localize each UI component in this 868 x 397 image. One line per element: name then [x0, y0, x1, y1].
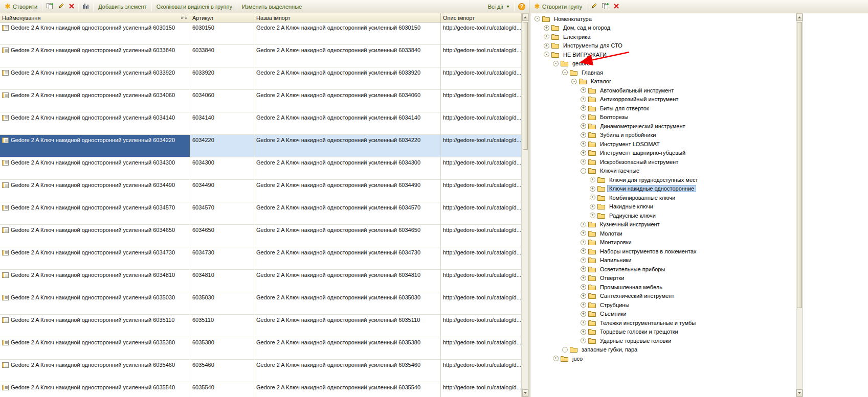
tree-item[interactable]: +Биты для отверток — [530, 104, 868, 113]
expander-plus-icon[interactable]: + — [544, 43, 549, 49]
expander-minus-icon[interactable]: - — [553, 61, 559, 66]
tree-item[interactable]: +Ключи накидные односторонние — [530, 184, 868, 194]
expander-plus-icon[interactable]: + — [581, 293, 586, 299]
tree-item[interactable]: +Комбинированные ключи — [530, 193, 868, 202]
tree-item[interactable]: +Болторезы — [530, 113, 868, 122]
cell-import-name[interactable]: Gedore 2 A Ключ накидной односторонний у… — [254, 225, 441, 247]
cell-import-desc[interactable]: http://gedore-tool.ru/catalog/d... — [441, 247, 522, 269]
expander-plus-icon[interactable]: + — [581, 159, 586, 165]
cell-import-name[interactable]: Gedore 2 A Ключ накидной односторонний у… — [254, 315, 441, 337]
create-button[interactable]: Створити — [2, 2, 40, 12]
scroll-up-button[interactable] — [522, 14, 528, 21]
cell-article[interactable]: 6034220 — [190, 135, 254, 157]
cell-name[interactable]: Gedore 2 A Ключ накидной односторонний у… — [0, 112, 190, 134]
cell-import-desc[interactable]: http://gedore-tool.ru/catalog/d... — [441, 292, 522, 314]
table-row[interactable]: Gedore 2 A Ключ накидной односторонний у… — [0, 360, 522, 382]
edit-selected-button[interactable]: Изменить выделенные — [239, 2, 305, 11]
cell-import-desc[interactable]: http://gedore-tool.ru/catalog/d... — [441, 135, 522, 157]
cell-import-name[interactable]: Gedore 2 A Ключ накидной односторонний у… — [254, 270, 441, 292]
table-row[interactable]: Gedore 2 A Ключ накидной односторонний у… — [0, 337, 522, 360]
expander-minus-icon[interactable]: - — [581, 168, 586, 174]
tree-item[interactable]: +Ключи для труднодоступных мест — [530, 175, 868, 184]
tree-item[interactable]: -Номенклатура — [530, 14, 868, 24]
tree-item[interactable]: +Съемники — [530, 310, 868, 319]
tree-item[interactable]: +Тележки инструментальные и тумбы — [530, 318, 868, 328]
cell-name[interactable]: Gedore 2 A Ключ накидной односторонний у… — [0, 45, 190, 67]
tree-item[interactable]: +juco — [530, 354, 868, 363]
tree-item[interactable]: запасные губки, пара — [530, 345, 868, 355]
edit-item-button[interactable] — [56, 1, 66, 12]
table-row[interactable]: Gedore 2 A Ключ накидной односторонний у… — [0, 292, 522, 315]
cell-import-desc[interactable]: http://gedore-tool.ru/catalog/d... — [441, 112, 522, 134]
tree-item[interactable]: -НЕ ВИГРУЖАТИ — [530, 50, 868, 59]
tree-item[interactable]: +Струбцины — [530, 300, 868, 310]
tree-item[interactable]: +Кузнечный инструмент — [530, 220, 868, 229]
expander-plus-icon[interactable]: + — [581, 150, 586, 156]
cell-name[interactable]: Gedore 2 A Ключ накидной односторонний у… — [0, 292, 190, 314]
table-row[interactable]: Gedore 2 A Ключ накидной односторонний у… — [0, 157, 522, 180]
expander-plus-icon[interactable]: + — [590, 186, 595, 192]
table-row[interactable]: Gedore 2 A Ключ накидной односторонний у… — [0, 112, 522, 135]
table-row[interactable]: Gedore 2 A Ключ накидной односторонний у… — [0, 315, 522, 337]
cell-article[interactable]: 6034730 — [190, 247, 254, 269]
cell-article[interactable]: 6035460 — [190, 360, 254, 382]
tree-scrollbar[interactable] — [796, 13, 803, 397]
cell-name[interactable]: Gedore 2 A Ключ накидной односторонний у… — [0, 247, 190, 269]
cell-import-name[interactable]: Gedore 2 A Ключ накидной односторонний у… — [254, 382, 441, 397]
expander-plus-icon[interactable]: + — [581, 320, 586, 325]
expander-plus-icon[interactable]: + — [581, 248, 586, 254]
cell-import-desc[interactable]: http://gedore-tool.ru/catalog/d... — [441, 22, 522, 44]
tree-item[interactable]: +Торцевые головки и трещотки — [530, 328, 868, 337]
edit-group-button[interactable] — [589, 1, 599, 12]
expander-plus-icon[interactable]: + — [581, 258, 586, 263]
cell-import-desc[interactable]: http://gedore-tool.ru/catalog/d... — [441, 337, 522, 359]
cell-import-desc[interactable]: http://gedore-tool.ru/catalog/d... — [441, 315, 522, 337]
cell-import-name[interactable]: Gedore 2 A Ключ накидной односторонний у… — [254, 337, 441, 359]
cell-import-desc[interactable]: http://gedore-tool.ru/catalog/d... — [441, 382, 522, 397]
cell-name[interactable]: Gedore 2 A Ключ накидной односторонний у… — [0, 180, 190, 202]
cell-article[interactable]: 6030150 — [190, 22, 254, 44]
cell-import-name[interactable]: Gedore 2 A Ключ накидной односторонний у… — [254, 67, 441, 89]
expander-plus-icon[interactable]: + — [581, 284, 586, 290]
tree-item[interactable]: +Антикоррозийный инструмент — [530, 95, 868, 104]
expander-plus-icon[interactable]: + — [581, 97, 586, 102]
table-row[interactable]: Gedore 2 A Ключ накидной односторонний у… — [0, 90, 522, 112]
cell-import-desc[interactable]: http://gedore-tool.ru/catalog/d... — [441, 225, 522, 247]
tree-item[interactable]: +Накидные ключи — [530, 202, 868, 212]
cell-import-name[interactable]: Gedore 2 A Ключ накидной односторонний у… — [254, 360, 441, 382]
expander-minus-icon[interactable]: - — [571, 79, 577, 84]
cell-import-desc[interactable]: http://gedore-tool.ru/catalog/d... — [441, 157, 522, 179]
cell-import-name[interactable]: Gedore 2 A Ключ накидной односторонний у… — [254, 180, 441, 202]
scrollbar-thumb[interactable] — [797, 22, 802, 308]
expander-plus-icon[interactable]: + — [581, 132, 586, 138]
expander-plus-icon[interactable]: + — [590, 177, 595, 182]
cell-name[interactable]: Gedore 2 A Ключ накидной односторонний у… — [0, 135, 190, 157]
expander-plus-icon[interactable]: + — [581, 338, 586, 343]
cell-article[interactable]: 6033840 — [190, 45, 254, 67]
tree-item[interactable]: +Осветительные приборы — [530, 265, 868, 274]
table-row[interactable]: Gedore 2 A Ключ накидной односторонний у… — [0, 45, 522, 67]
cell-name[interactable]: Gedore 2 A Ключ накидной односторонний у… — [0, 157, 190, 179]
expander-plus-icon[interactable]: + — [544, 34, 549, 39]
table-row[interactable]: Gedore 2 A Ключ накидной односторонний у… — [0, 202, 522, 225]
cell-name[interactable]: Gedore 2 A Ключ накидной односторонний у… — [0, 22, 190, 44]
cell-article[interactable]: 6034060 — [190, 90, 254, 112]
table-row[interactable]: Gedore 2 A Ключ накидной односторонний у… — [0, 247, 522, 270]
expander-minus-icon[interactable]: - — [562, 69, 568, 75]
expander-plus-icon[interactable]: + — [581, 87, 586, 93]
scroll-down-button[interactable] — [796, 389, 803, 396]
scroll-down-button[interactable] — [522, 389, 528, 396]
histogram-button[interactable] — [80, 2, 92, 12]
cell-import-name[interactable]: Gedore 2 A Ключ накидной односторонний у… — [254, 135, 441, 157]
copy-group-button[interactable] — [599, 1, 611, 12]
expander-plus-icon[interactable]: + — [590, 213, 595, 218]
table-row[interactable]: Gedore 2 A Ключ накидной односторонний у… — [0, 382, 522, 397]
column-header-article[interactable]: Артикул — [190, 13, 254, 22]
expander-plus-icon[interactable]: + — [581, 222, 586, 227]
expander-plus-icon[interactable]: + — [581, 123, 586, 129]
copy-selected-to-group-button[interactable]: Скопіювати виділені в группу — [153, 2, 235, 11]
cell-import-name[interactable]: Gedore 2 A Ключ накидной односторонний у… — [254, 247, 441, 269]
cell-import-name[interactable]: Gedore 2 A Ключ накидной односторонний у… — [254, 45, 441, 67]
cell-article[interactable]: 6035380 — [190, 337, 254, 359]
cell-import-desc[interactable]: http://gedore-tool.ru/catalog/d... — [441, 90, 522, 112]
